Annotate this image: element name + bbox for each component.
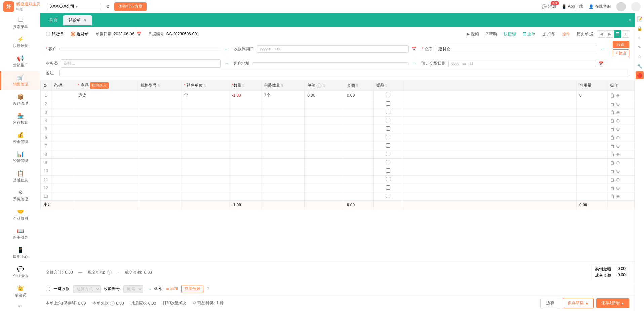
sidebar-item-guide[interactable]: 📖 新手引导 bbox=[0, 224, 40, 243]
row-spec-5[interactable] bbox=[138, 125, 181, 133]
price-sort-icon[interactable]: ⇅ bbox=[322, 84, 325, 87]
prev-record-button[interactable]: ◀ bbox=[598, 30, 605, 38]
date-picker-icon[interactable]: 📅 bbox=[136, 32, 141, 36]
row-spec-11[interactable] bbox=[138, 176, 181, 184]
scan-button[interactable]: 扫码录入 bbox=[90, 82, 109, 89]
sidebar-item-marketing[interactable]: 📢 营销推广 bbox=[0, 52, 40, 71]
save-new-button[interactable]: 保存&新增 ▲ bbox=[596, 298, 629, 308]
row-unit-9[interactable] bbox=[181, 159, 229, 167]
copy-row-icon-3[interactable]: ⊕ bbox=[616, 110, 620, 115]
row-spec-12[interactable] bbox=[138, 184, 181, 192]
row-unit-1[interactable]: 个 bbox=[181, 91, 229, 100]
payment-help-icon[interactable]: ? bbox=[207, 287, 209, 291]
total-balance-info-icon[interactable]: ? bbox=[110, 301, 115, 306]
row-barcode-7[interactable] bbox=[51, 142, 75, 150]
gift-checkbox-2[interactable] bbox=[386, 101, 390, 106]
list-view-button[interactable]: ☰ bbox=[614, 30, 621, 38]
row-amount-5[interactable] bbox=[344, 125, 374, 133]
gift-checkbox-8[interactable] bbox=[386, 152, 390, 156]
gift-checkbox-11[interactable] bbox=[386, 177, 390, 181]
row-qty-10[interactable] bbox=[229, 167, 261, 176]
row-unit-13[interactable] bbox=[181, 192, 229, 201]
unit-sort-icon[interactable]: ⇅ bbox=[203, 84, 206, 87]
row-product-1[interactable]: 拆货 bbox=[75, 91, 138, 100]
row-product-6[interactable] bbox=[75, 133, 138, 142]
delete-row-icon-12[interactable]: 🗑 bbox=[610, 185, 615, 191]
row-qty-5[interactable] bbox=[229, 125, 261, 133]
row-amount-7[interactable] bbox=[344, 142, 374, 150]
row-gift-9[interactable] bbox=[374, 159, 403, 167]
row-spec-13[interactable] bbox=[138, 192, 181, 201]
row-qty-11[interactable] bbox=[229, 176, 261, 184]
row-amount-3[interactable] bbox=[344, 108, 374, 117]
sidebar-item-inventory[interactable]: 🏪 库存核算 bbox=[0, 109, 40, 128]
row-gift-7[interactable] bbox=[374, 142, 403, 150]
row-product-10[interactable] bbox=[75, 167, 138, 176]
next-record-button[interactable]: ▶ bbox=[606, 30, 613, 38]
right-sidebar-notes-button[interactable]: 📝 bbox=[636, 15, 644, 23]
copy-row-icon-10[interactable]: ⊕ bbox=[616, 168, 620, 174]
row-price-1[interactable]: 0.00 bbox=[305, 91, 344, 100]
row-barcode-10[interactable] bbox=[51, 167, 75, 176]
save-draft-button[interactable]: 保存草稿 ▲ bbox=[563, 298, 594, 308]
account-more-icon[interactable]: ··· bbox=[148, 287, 151, 291]
copy-row-icon-9[interactable]: ⊕ bbox=[616, 160, 620, 165]
row-amount-9[interactable] bbox=[344, 159, 374, 167]
row-amount-10[interactable] bbox=[344, 167, 374, 176]
one-click-payment-checkbox[interactable] bbox=[46, 287, 50, 291]
copy-row-icon-6[interactable]: ⊕ bbox=[616, 135, 620, 140]
row-price-3[interactable] bbox=[305, 108, 344, 117]
salesperson-more-icon[interactable]: ··· bbox=[225, 61, 228, 66]
sidebar-item-enterprise[interactable]: 🤝 企业协同 bbox=[0, 205, 40, 224]
customer-addr-input[interactable] bbox=[252, 62, 408, 65]
right-sidebar-lock-button[interactable]: 🔒 bbox=[636, 24, 644, 32]
spec-sort-icon[interactable]: ⇅ bbox=[157, 84, 160, 87]
row-price-4[interactable] bbox=[305, 117, 344, 125]
row-product-8[interactable] bbox=[75, 150, 138, 159]
row-qty-8[interactable] bbox=[229, 150, 261, 159]
row-qty-9[interactable] bbox=[229, 159, 261, 167]
row-product-13[interactable] bbox=[75, 192, 138, 201]
row-unit-10[interactable] bbox=[181, 167, 229, 176]
copy-row-icon-11[interactable]: ⊕ bbox=[616, 177, 620, 182]
row-barcode-13[interactable] bbox=[51, 192, 75, 201]
close-all-tabs-button[interactable]: × bbox=[629, 17, 631, 23]
row-qty-2[interactable] bbox=[229, 100, 261, 108]
sidebar-item-operations[interactable]: 📊 经营管理 bbox=[0, 148, 40, 167]
row-barcode-5[interactable] bbox=[51, 125, 75, 133]
row-price-7[interactable] bbox=[305, 142, 344, 150]
gift-checkbox-4[interactable] bbox=[386, 118, 390, 122]
warehouse-input[interactable]: 建材仓 bbox=[435, 45, 597, 53]
row-qty-6[interactable] bbox=[229, 133, 261, 142]
row-pkg-qty-2[interactable] bbox=[261, 100, 305, 108]
row-pkg-qty-3[interactable] bbox=[261, 108, 305, 117]
settlement-method-select[interactable]: 结算方式 bbox=[73, 285, 101, 293]
row-unit-7[interactable] bbox=[181, 142, 229, 150]
delete-row-icon-4[interactable]: 🗑 bbox=[610, 118, 615, 123]
row-pkg-qty-11[interactable] bbox=[261, 176, 305, 184]
row-product-12[interactable] bbox=[75, 184, 138, 192]
row-barcode-8[interactable] bbox=[51, 150, 75, 159]
row-unit-8[interactable] bbox=[181, 150, 229, 159]
delete-row-icon-7[interactable]: 🗑 bbox=[610, 143, 615, 149]
sidebar-item-purchase[interactable]: 📦 采购管理 bbox=[0, 90, 40, 109]
expected-date-input[interactable]: yyyy-mm-dd bbox=[448, 60, 596, 67]
row-pkg-qty-7[interactable] bbox=[261, 142, 305, 150]
row-price-12[interactable] bbox=[305, 184, 344, 192]
collection-date-input[interactable]: yyyy-mm-dd bbox=[257, 45, 409, 53]
delete-row-icon-5[interactable]: 🗑 bbox=[610, 126, 615, 132]
gift-checkbox-13[interactable] bbox=[386, 194, 390, 198]
row-qty-7[interactable] bbox=[229, 142, 261, 150]
salesperson-input[interactable]: 选择... bbox=[61, 59, 221, 68]
tab-close-icon[interactable]: × bbox=[84, 18, 86, 23]
gift-checkbox-7[interactable] bbox=[386, 143, 390, 148]
row-gift-8[interactable] bbox=[374, 150, 403, 159]
row-gift-3[interactable] bbox=[374, 108, 403, 117]
sidebar-item-quick-nav[interactable]: ⚡ 快捷导航 bbox=[0, 33, 40, 52]
row-gift-2[interactable] bbox=[374, 100, 403, 108]
gift-checkbox-1[interactable] bbox=[386, 93, 390, 97]
row-amount-11[interactable] bbox=[344, 176, 374, 184]
sidebar-settings-button[interactable]: ⚙ bbox=[0, 301, 40, 311]
copy-row-icon-2[interactable]: ⊕ bbox=[616, 101, 620, 107]
gift-checkbox-5[interactable] bbox=[386, 126, 390, 131]
